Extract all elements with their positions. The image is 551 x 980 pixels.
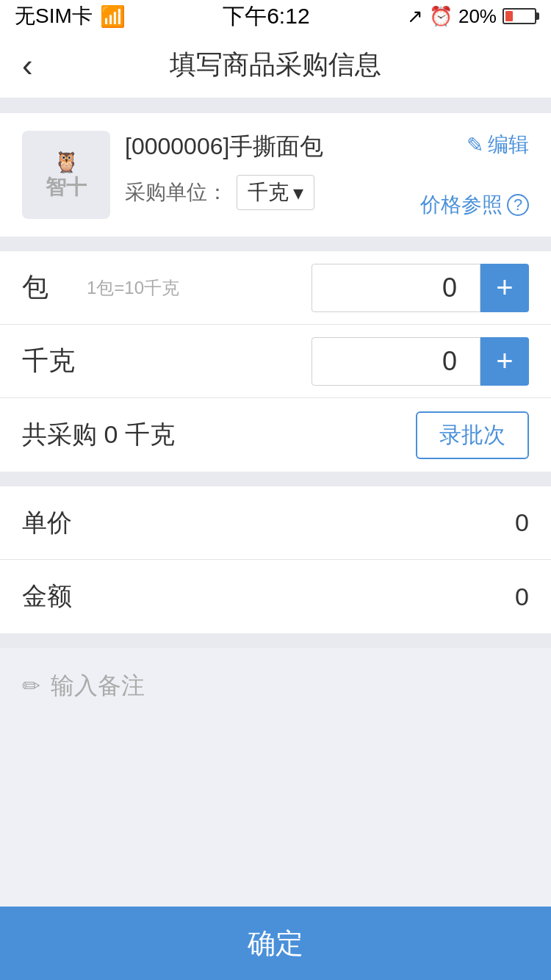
bag-plus-button[interactable]: +: [480, 264, 529, 312]
notes-placeholder: 输入备注: [51, 670, 145, 702]
pencil-icon: ✏: [22, 673, 40, 699]
input-section: 包 1包=10千克 + 千克 +: [0, 251, 551, 398]
status-left: 无SIM卡 📶: [15, 2, 126, 30]
price-ref-button[interactable]: 价格参照 ?: [420, 191, 529, 219]
unit-selector[interactable]: 千克 ▾: [237, 175, 314, 210]
confirm-button[interactable]: 确定: [0, 907, 551, 980]
status-time: 下午6:12: [223, 1, 309, 32]
unit-price-label: 单价: [22, 506, 72, 540]
edit-button[interactable]: ✎ 编辑: [467, 131, 529, 159]
notes-divider: [0, 633, 551, 648]
summary-unit: 千克: [125, 420, 175, 448]
carrier-text: 无SIM卡: [15, 2, 93, 30]
top-divider: [0, 98, 551, 113]
unit-price-value: 0: [515, 508, 529, 537]
battery-icon: [503, 8, 536, 24]
summary-amount: 0: [104, 420, 118, 448]
logo-line2: 智十: [46, 175, 87, 200]
amount-label: 金额: [22, 580, 72, 613]
wifi-icon: 📶: [100, 4, 126, 29]
edit-label: 编辑: [488, 131, 529, 159]
kg-label: 千克: [22, 343, 81, 379]
page-title: 填写商品采购信息: [170, 47, 381, 83]
bag-label: 包: [22, 270, 81, 306]
summary-text: 共采购 0 千克: [22, 418, 175, 452]
mid-divider: [0, 237, 551, 251]
unit-price-row: 单价 0: [0, 486, 551, 560]
battery-fill: [505, 11, 513, 21]
amount-value: 0: [515, 583, 529, 611]
product-title: 手撕面包: [229, 133, 323, 159]
kg-plus-button[interactable]: +: [480, 337, 529, 386]
price-divider: [0, 472, 551, 486]
location-icon: ↗: [407, 5, 423, 28]
summary-row: 共采购 0 千克 录批次: [0, 398, 551, 472]
product-image: 🦉 智十: [22, 131, 110, 219]
status-right: ↗ ⏰ 20%: [407, 5, 536, 28]
notes-section[interactable]: ✏ 输入备注: [0, 648, 551, 736]
kg-input-control: +: [311, 337, 529, 386]
product-code: [0000006]: [125, 133, 229, 159]
product-card: 🦉 智十 [0000006]手撕面包 采购单位： 千克 ▾ ✎ 编辑 价格参照 …: [0, 113, 551, 237]
price-section: 单价 0 金额 0: [0, 486, 551, 633]
bag-number-input[interactable]: [311, 264, 480, 312]
logo-line1: 🦉: [46, 150, 87, 175]
amount-row: 金额 0: [0, 560, 551, 633]
status-bar: 无SIM卡 📶 下午6:12 ↗ ⏰ 20%: [0, 0, 551, 32]
edit-icon: ✎: [467, 133, 483, 157]
back-button[interactable]: ‹: [15, 40, 40, 91]
bag-sublabel: 1包=10千克: [87, 276, 311, 300]
bag-input-row: 包 1包=10千克 +: [0, 251, 551, 325]
dropdown-arrow: ▾: [293, 181, 303, 205]
unit-label: 采购单位：: [125, 179, 228, 206]
help-icon: ?: [507, 194, 529, 216]
nav-bar: ‹ 填写商品采购信息: [0, 32, 551, 98]
price-ref-label: 价格参照: [420, 191, 503, 219]
record-batch-button[interactable]: 录批次: [416, 411, 529, 459]
summary-prefix: 共采购: [22, 420, 97, 448]
kg-number-input[interactable]: [311, 337, 480, 386]
battery-text: 20%: [458, 5, 497, 28]
bag-input-control: +: [311, 264, 529, 312]
unit-value: 千克: [248, 179, 289, 206]
alarm-icon: ⏰: [429, 5, 453, 28]
kg-input-row: 千克 +: [0, 325, 551, 398]
product-logo: 🦉 智十: [46, 150, 87, 199]
